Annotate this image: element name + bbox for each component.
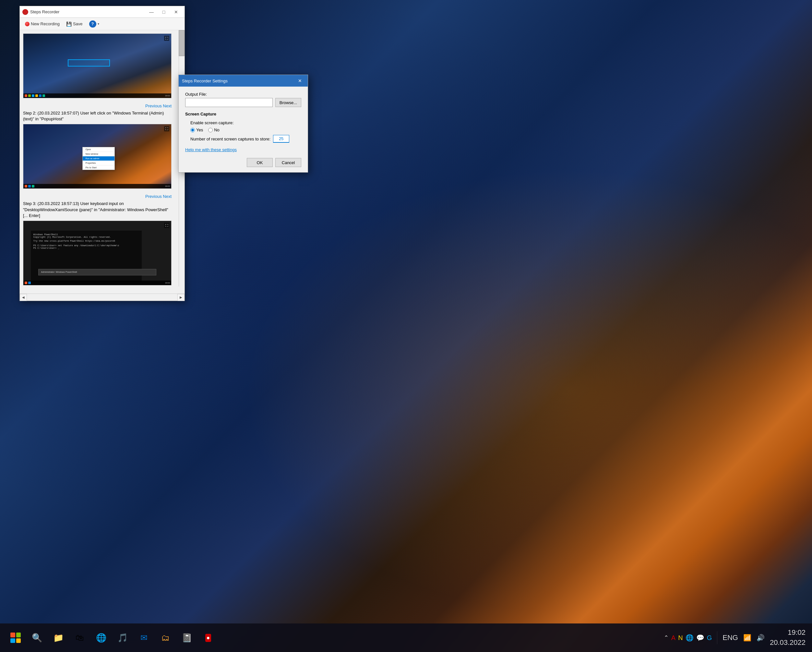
mini-time-2: 19:02 [165, 185, 170, 187]
onenote-button[interactable]: 📓 [178, 629, 196, 647]
steps-recorder-icon: ● [205, 634, 211, 642]
mini-icon-e [28, 282, 31, 284]
scroll-track [27, 294, 177, 301]
taskbar: 🔍 📁 🛍 🌐 🎵 ✉ 🗂 📓 ● [0, 623, 812, 652]
window-toolbar: New Recording 💾 Save ? ▾ [20, 18, 185, 30]
screen-capture-label: Screen Capture [185, 111, 301, 116]
start-button[interactable] [6, 629, 24, 647]
screenshot-indicator-2: ⛶ [164, 126, 169, 131]
language-indicator[interactable]: ENG [722, 634, 738, 642]
step-3-label: Step 3: (20.03.2022 18:57:13) User keybo… [23, 201, 171, 218]
mini-icon-d [24, 282, 27, 284]
step-2-label-bold: Step 2: (20.03.2022 18:57:07) [23, 111, 79, 116]
taskbar-left: 🔍 📁 🛍 🌐 🎵 ✉ 🗂 📓 ● [6, 629, 217, 647]
steps-recorder-taskbar-button[interactable]: ● [199, 629, 217, 647]
dialog-title: Steps Recorder Settings [182, 78, 227, 83]
edge-icon: 🌐 [96, 633, 106, 643]
window-title: Steps Recorder [30, 9, 60, 14]
window-controls: — □ ✕ [146, 8, 182, 17]
folder-icon: 📁 [53, 633, 64, 643]
dialog-body: Output File: Browse... Screen Capture En… [179, 87, 308, 172]
new-recording-label: New Recording [31, 21, 60, 26]
scroll-right-button[interactable]: ▶ [177, 294, 185, 301]
mini-icon-a [24, 185, 27, 188]
search-button[interactable]: 🔍 [28, 629, 46, 647]
scrollbar-thumb[interactable] [179, 30, 185, 56]
browse-button[interactable]: Browse... [275, 98, 301, 107]
context-menu-sim: Open New window Run as admin Properties … [82, 147, 115, 170]
captures-label: Number of recent screen captures to stor… [190, 137, 270, 141]
radio-yes-label: Yes [196, 127, 203, 132]
output-file-input[interactable] [185, 98, 273, 107]
mini-icon-6 [43, 95, 45, 97]
mini-icon-4 [35, 95, 38, 97]
network-status-icon[interactable]: 📶 [743, 634, 751, 641]
mini-time: 19:02 [165, 95, 170, 97]
dialog-footer: OK Cancel [185, 157, 301, 167]
mail-button[interactable]: ✉ [135, 629, 153, 647]
step-1-mini-taskbar: 19:02 [23, 93, 171, 98]
clock-time: 19:02 [770, 628, 806, 638]
scrollable-content[interactable]: 19:02 ⛶ Previous Next Step 2: (20.03.202… [20, 30, 185, 293]
screenshot-indicator-1: ⛶ [164, 36, 169, 41]
system-tray: ⌃ A N 🌐 💬 G [664, 634, 712, 641]
radio-no-item: No [208, 127, 220, 132]
settings-dialog: Steps Recorder Settings ✕ Output File: B… [179, 75, 308, 173]
mini-icon-b [28, 185, 31, 188]
onenote-icon: 📓 [182, 633, 192, 643]
terminal-bar: Administrator: Windows PowerShell [38, 269, 157, 275]
show-hidden-icons[interactable]: ⌃ [664, 634, 669, 641]
step-1-highlight [68, 60, 110, 67]
network-icon[interactable]: 🌐 [685, 634, 694, 641]
enable-capture-label: Enable screen capture: [190, 120, 301, 125]
radio-yes-input[interactable] [190, 128, 195, 132]
captures-input[interactable] [273, 135, 289, 143]
step-3-nav[interactable]: Previous Next [23, 194, 171, 199]
help-button[interactable]: ? ▾ [87, 19, 102, 29]
minimize-button[interactable]: — [146, 8, 157, 17]
clock[interactable]: 19:02 20.03.2022 [770, 628, 806, 648]
help-link[interactable]: Help me with these settings [185, 147, 301, 152]
mini-time-3: 19:02 [165, 282, 170, 284]
new-recording-button[interactable]: New Recording [22, 20, 62, 27]
amd-icon[interactable]: A [671, 634, 676, 641]
record-dot-icon [25, 22, 29, 26]
scroll-left-button[interactable]: ◀ [20, 294, 27, 301]
step-3-screenshot: Windows PowerShell Copyright (C) Microso… [23, 221, 171, 286]
output-file-label: Output File: [185, 92, 301, 97]
screen-capture-section: Screen Capture Enable screen capture: Ye… [185, 111, 301, 143]
step-1-screenshot: 19:02 ⛶ [23, 34, 171, 98]
step-2-screenshot: Open New window Run as admin Properties … [23, 124, 171, 189]
spotify-button[interactable]: 🎵 [113, 629, 132, 647]
logitech-icon[interactable]: G [707, 634, 712, 641]
speaker-icon[interactable]: 🔊 [757, 634, 765, 641]
ok-button[interactable]: OK [247, 158, 273, 167]
taskbar-right: ⌃ A N 🌐 💬 G ENG 📶 🔊 19:02 20.03.2022 [664, 628, 806, 648]
file-explorer-button[interactable]: 📁 [49, 629, 67, 647]
help-dropdown-arrow: ▾ [98, 22, 99, 26]
dialog-close-button[interactable]: ✕ [295, 77, 304, 85]
files-button[interactable]: 🗂 [156, 629, 174, 647]
maximize-button[interactable]: □ [158, 8, 169, 17]
step-3-label-bold: Step 3: (20.03.2022 18:57:13) [23, 201, 79, 206]
radio-no-input[interactable] [208, 128, 213, 132]
store-button[interactable]: 🛍 [71, 629, 89, 647]
close-button[interactable]: ✕ [170, 8, 182, 17]
save-icon: 💾 [66, 21, 72, 27]
window-titlebar: Steps Recorder — □ ✕ [20, 6, 185, 18]
cancel-button[interactable]: Cancel [275, 158, 301, 167]
clock-date: 20.03.2022 [770, 638, 806, 648]
window-content: 19:02 ⛶ Previous Next Step 2: (20.03.202… [20, 30, 185, 293]
step-2-label: Step 2: (20.03.2022 18:57:07) User left … [23, 110, 171, 122]
step-2-nav[interactable]: Previous Next [23, 104, 171, 108]
mini-icon-1 [24, 95, 27, 97]
discord-icon[interactable]: 💬 [696, 634, 704, 641]
mail-icon: ✉ [140, 633, 148, 643]
norton-icon[interactable]: N [678, 634, 682, 641]
step-3-mini-taskbar: 19:02 [23, 281, 171, 285]
save-button[interactable]: 💾 Save [64, 20, 85, 28]
step-2-mini-taskbar: 19:02 [23, 184, 171, 188]
app-icon [22, 9, 28, 15]
edge-button[interactable]: 🌐 [92, 629, 110, 647]
horizontal-scrollbar[interactable]: ◀ ▶ [20, 293, 185, 301]
